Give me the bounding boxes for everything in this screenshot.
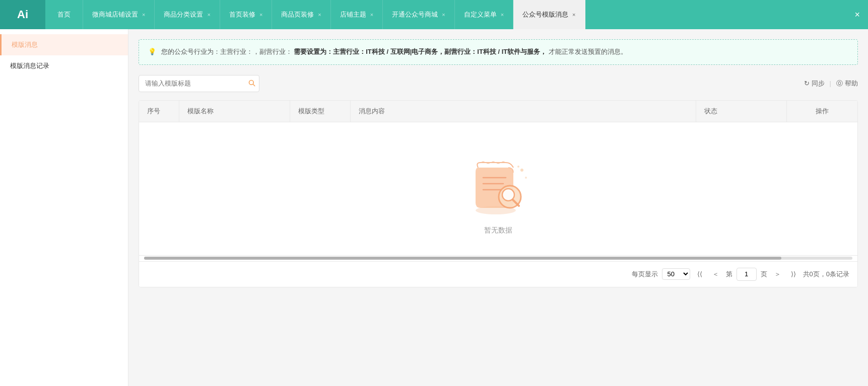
close-icon[interactable]: ×	[142, 12, 145, 18]
th-type: 模版类型	[290, 101, 351, 122]
close-icon[interactable]: ×	[259, 12, 262, 18]
page-input[interactable]	[737, 268, 757, 281]
nav-tab-label: 自定义菜单	[464, 10, 497, 19]
help-label: 帮助	[845, 79, 858, 88]
notice-highlight: 需要设置为：主营行业：IT科技 / 互联网|电子商务，副营行业：IT科技 / I…	[294, 48, 547, 55]
nav-tab-label: 微商城店铺设置	[92, 10, 138, 19]
svg-point-9	[520, 169, 523, 172]
nav-tab-home-decoration[interactable]: 首页装修 ×	[220, 0, 272, 29]
empty-text: 暂无数据	[484, 226, 512, 235]
page-label-suffix: 页	[761, 270, 767, 279]
sync-icon: ↻	[804, 80, 810, 87]
svg-line-1	[253, 84, 254, 86]
toolbar-right: ↻ 同步 | ⓪ 帮助	[804, 79, 858, 88]
content-area: 💡 您的公众号行业为：主营行业：，副营行业： 需要设置为：主营行业：IT科技 /…	[128, 29, 868, 386]
data-table: 序号 模版名称 模版类型 消息内容 状态 操作	[139, 100, 858, 287]
search-icon[interactable]	[248, 79, 255, 88]
pagination-bar: 每页显示 50 10 20 100 ⟨⟨ ＜ 第 页 ＞ ⟩⟩ 共0页，0条记录	[139, 261, 857, 287]
nav-tab-label: 店铺主题	[340, 10, 366, 19]
toolbar-divider: |	[830, 80, 831, 87]
close-all-button[interactable]: ×	[846, 0, 868, 29]
search-input[interactable]	[139, 75, 259, 92]
nav-tab-custom-menu[interactable]: 自定义菜单 ×	[455, 0, 513, 29]
svg-point-11	[517, 166, 519, 168]
th-action: 操作	[787, 101, 857, 122]
search-input-wrap	[139, 75, 259, 92]
nav-tab-open-mall[interactable]: 开通公众号商城 ×	[383, 0, 454, 29]
help-icon: ⓪	[836, 79, 843, 88]
th-name: 模版名称	[179, 101, 290, 122]
sidebar: 模版消息 模版消息记录	[0, 29, 128, 386]
sidebar-item-template-message-record[interactable]: 模版消息记录	[0, 55, 128, 76]
help-button[interactable]: ⓪ 帮助	[836, 79, 858, 88]
top-nav: Ai 首页 微商城店铺设置 × 商品分类设置 × 首页装修 × 商品页装修 × …	[0, 0, 868, 29]
close-icon[interactable]: ×	[572, 12, 575, 18]
close-icon[interactable]: ×	[501, 12, 504, 18]
sync-button[interactable]: ↻ 同步	[804, 79, 825, 88]
th-seq: 序号	[139, 101, 179, 122]
notice-suffix: 才能正常发送预置的消息。	[549, 48, 627, 55]
notice-prefix: 您的公众号行业为：主营行业：，副营行业：	[161, 48, 292, 55]
scrollbar-area[interactable]	[139, 255, 857, 261]
page-prev-button[interactable]: ＜	[709, 269, 722, 280]
nav-tab-home-label: 首页	[57, 10, 71, 19]
nav-tab-product-category[interactable]: 商品分类设置 ×	[155, 0, 220, 29]
page-last-button[interactable]: ⟩⟩	[788, 269, 799, 279]
nav-tab-label: 商品页装修	[281, 10, 314, 19]
page-size-label: 每页显示	[632, 270, 658, 279]
empty-illustration	[465, 152, 531, 218]
empty-state: 暂无数据	[139, 122, 857, 255]
nav-tab-product-decoration[interactable]: 商品页装修 ×	[272, 0, 330, 29]
scrollbar-track	[144, 257, 852, 260]
close-icon[interactable]: ×	[318, 12, 321, 18]
page-first-button[interactable]: ⟨⟨	[694, 269, 705, 279]
nav-tab-shop-theme[interactable]: 店铺主题 ×	[331, 0, 383, 29]
search-bar: ↻ 同步 | ⓪ 帮助	[139, 75, 858, 92]
nav-tab-label: 商品分类设置	[164, 10, 203, 19]
page-total-info: 共0页，0条记录	[803, 270, 849, 279]
notice-box: 💡 您的公众号行业为：主营行业：，副营行业： 需要设置为：主营行业：IT科技 /…	[139, 39, 858, 65]
sidebar-item-template-message[interactable]: 模版消息	[0, 34, 128, 55]
main-layout: 模版消息 模版消息记录 💡 您的公众号行业为：主营行业：，副营行业： 需要设置为…	[0, 29, 868, 386]
sidebar-item-label: 模版消息	[12, 41, 38, 48]
page-size-select[interactable]: 50 10 20 100	[662, 268, 690, 280]
nav-tab-label: 首页装修	[229, 10, 255, 19]
nav-tab-wechat-shop[interactable]: 微商城店铺设置 ×	[83, 0, 155, 29]
page-next-button[interactable]: ＞	[771, 269, 784, 280]
close-icon[interactable]: ×	[207, 12, 210, 18]
scrollbar-thumb	[144, 257, 781, 260]
nav-tab-label: 开通公众号商城	[392, 10, 438, 19]
nav-tab-template-msg[interactable]: 公众号模版消息 ×	[513, 0, 585, 29]
sync-label: 同步	[812, 79, 825, 88]
th-status: 状态	[696, 101, 787, 122]
svg-point-10	[525, 177, 527, 179]
nav-tab-home[interactable]: 首页	[45, 0, 83, 29]
th-content: 消息内容	[351, 101, 696, 122]
page-label-prefix: 第	[726, 270, 732, 279]
close-icon[interactable]: ×	[370, 12, 373, 18]
nav-tabs: 首页 微商城店铺设置 × 商品分类设置 × 首页装修 × 商品页装修 × 店铺主…	[45, 0, 846, 29]
app-logo: Ai	[0, 0, 45, 29]
lightbulb-icon: 💡	[148, 48, 156, 55]
table-header: 序号 模版名称 模版类型 消息内容 状态 操作	[139, 101, 857, 122]
nav-tab-label: 公众号模版消息	[522, 10, 568, 19]
sidebar-item-label: 模版消息记录	[10, 62, 49, 69]
close-icon[interactable]: ×	[442, 12, 445, 18]
